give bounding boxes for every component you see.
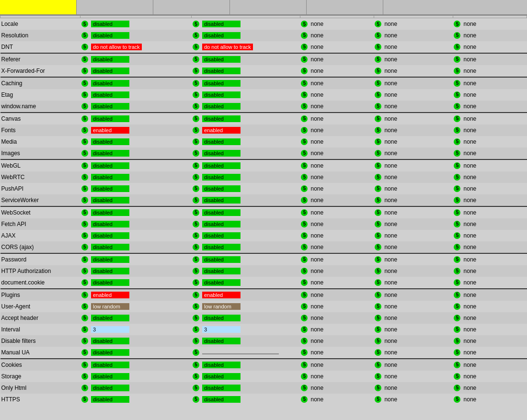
current-value[interactable]: disabled	[90, 171, 192, 183]
table-row[interactable]: X-Forwarded-For5disabled5disabled5none5n…	[0, 65, 527, 77]
current-value[interactable]: disabled	[90, 148, 192, 159]
hold-value[interactable]: disabled	[201, 65, 300, 77]
table-row[interactable]: Password5disabled5disabled5none5none5non…	[0, 254, 527, 265]
current-value[interactable]: disabled	[90, 194, 192, 206]
table-row[interactable]: Resolution5disabled5disabled5none5none5n…	[0, 30, 527, 41]
hold-value[interactable]: disabled	[201, 136, 300, 148]
table-row[interactable]: Caching5disabled5disabled5none5none5none	[0, 78, 527, 89]
hold-value[interactable]: disabled	[201, 218, 300, 230]
hold-value[interactable]: disabled	[201, 148, 300, 159]
current-value[interactable]: do not allow to track	[90, 41, 192, 53]
table-row[interactable]: HTTPS5disabled5disabled5none5none5none	[0, 394, 527, 405]
table-row[interactable]: WebSocket5disabled5disabled5none5none5no…	[0, 207, 527, 218]
current-value[interactable]: disabled	[90, 230, 192, 241]
hold-value[interactable]: disabled	[201, 277, 300, 288]
table-row[interactable]: Storage5disabled5disabled5none5none5none	[0, 371, 527, 382]
current-value[interactable]: low random	[90, 301, 192, 312]
current-value[interactable]: disabled	[90, 241, 192, 253]
tab-side[interactable]	[77, 0, 153, 14]
current-value[interactable]: disabled	[90, 207, 192, 218]
current-value[interactable]: disabled	[90, 78, 192, 89]
hold-value[interactable]: disabled	[201, 183, 300, 194]
table-row[interactable]: CORS (ajax)5disabled5disabled5none5none5…	[0, 241, 527, 253]
table-row[interactable]: Plugins5enabled5enabled5none5none5none	[0, 289, 527, 301]
table-row[interactable]: User-Agent5low random5low random5none5no…	[0, 301, 527, 312]
hold-value[interactable]: enabled	[201, 289, 300, 301]
tab-blocking-log[interactable]	[307, 0, 383, 14]
hold-value[interactable]: disabled	[201, 171, 300, 183]
hold-value[interactable]: disabled	[201, 241, 300, 253]
current-value[interactable]: disabled	[90, 101, 192, 112]
table-row[interactable]: Fonts5enabled5enabled5none5none5none	[0, 125, 527, 136]
table-row[interactable]: Media5disabled5disabled5none5none5none	[0, 136, 527, 148]
table-row[interactable]: Images5disabled5disabled5none5none5none	[0, 148, 527, 159]
hold-value[interactable]: disabled	[201, 30, 300, 41]
hold-value[interactable]: disabled	[201, 382, 300, 394]
hold-value[interactable]: enabled	[201, 125, 300, 136]
current-value[interactable]: disabled	[90, 89, 192, 101]
table-row[interactable]: Accept header5disabled5disabled5none5non…	[0, 312, 527, 324]
table-row[interactable]: AJAX5disabled5disabled5none5none5none	[0, 230, 527, 241]
table-row[interactable]: Canvas5disabled5disabled5none5none5none	[0, 113, 527, 125]
hold-value[interactable]: disabled	[201, 359, 300, 371]
table-row[interactable]: Only Html5disabled5disabled5none5none5no…	[0, 382, 527, 394]
tab-firefox[interactable]	[153, 0, 230, 14]
current-value[interactable]: disabled	[90, 218, 192, 230]
table-row[interactable]: Etag5disabled5disabled5none5none5none	[0, 89, 527, 101]
current-value[interactable]: disabled	[90, 254, 192, 265]
current-value[interactable]: disabled	[90, 18, 192, 30]
hold-value[interactable]: disabled	[201, 101, 300, 112]
table-row[interactable]: ServiceWorker5disabled5disabled5none5non…	[0, 194, 527, 206]
tab-tls-log[interactable]	[230, 0, 307, 14]
hold-value[interactable]: disabled	[201, 371, 300, 382]
current-value[interactable]: enabled	[90, 289, 192, 301]
current-value[interactable]: disabled	[90, 160, 192, 171]
table-row[interactable]: Fetch API5disabled5disabled5none5none5no…	[0, 218, 527, 230]
table-row[interactable]: window.name5disabled5disabled5none5none5…	[0, 101, 527, 112]
hold-value[interactable]: disabled	[201, 18, 300, 30]
table-row[interactable]: WebGL5disabled5disabled5none5none5none	[0, 160, 527, 171]
table-container[interactable]: Locale5disabled5disabled5none5none5noneR…	[0, 15, 527, 420]
table-row[interactable]: document.cookie5disabled5disabled5none5n…	[0, 277, 527, 288]
hold-value[interactable]: disabled	[201, 312, 300, 324]
current-value[interactable]: disabled	[90, 359, 192, 371]
table-row[interactable]: DNT5do not allow to track5do not allow t…	[0, 41, 527, 53]
hold-value[interactable]: disabled	[201, 265, 300, 277]
current-value[interactable]: disabled	[90, 265, 192, 277]
hold-value[interactable]	[201, 347, 300, 358]
hold-value[interactable]: disabled	[201, 160, 300, 171]
current-value[interactable]: disabled	[90, 347, 192, 358]
current-value[interactable]: disabled	[90, 277, 192, 288]
hold-value[interactable]: low random	[201, 301, 300, 312]
current-value[interactable]: enabled	[90, 125, 192, 136]
hold-value[interactable]: do not allow to track	[201, 41, 300, 53]
table-row[interactable]: PushAPI5disabled5disabled5none5none5none	[0, 183, 527, 194]
hold-value[interactable]: disabled	[201, 207, 300, 218]
table-row[interactable]: Cookies5disabled5disabled5none5none5none	[0, 359, 527, 371]
current-value[interactable]: disabled	[90, 136, 192, 148]
tab-http[interactable]	[0, 0, 77, 14]
hold-value[interactable]: disabled	[201, 78, 300, 89]
hold-value[interactable]: disabled	[201, 230, 300, 241]
current-value[interactable]: disabled	[90, 30, 192, 41]
hold-value[interactable]: disabled	[201, 194, 300, 206]
table-row[interactable]: WebRTC5disabled5disabled5none5none5none	[0, 171, 527, 183]
current-value[interactable]: disabled	[90, 394, 192, 405]
current-value[interactable]: disabled	[90, 54, 192, 65]
current-value[interactable]: disabled	[90, 183, 192, 194]
table-row[interactable]: Interval53535none5none5none	[0, 324, 527, 335]
hold-value[interactable]: disabled	[201, 394, 300, 405]
table-row[interactable]: Referer5disabled5disabled5none5none5none	[0, 54, 527, 65]
current-value[interactable]: disabled	[90, 113, 192, 125]
table-row[interactable]: Disable filters5disabled5disabled5none5n…	[0, 335, 527, 347]
hold-value[interactable]: disabled	[201, 335, 300, 347]
hold-value[interactable]: disabled	[201, 89, 300, 101]
hold-value[interactable]: 3	[201, 324, 300, 335]
table-row[interactable]: Manual UA5disabled55none5none5none	[0, 347, 527, 358]
current-value[interactable]: disabled	[90, 65, 192, 77]
table-row[interactable]: Locale5disabled5disabled5none5none5none	[0, 18, 527, 30]
current-value[interactable]: disabled	[90, 312, 192, 324]
hold-value[interactable]: disabled	[201, 113, 300, 125]
table-row[interactable]: HTTP Authorization5disabled5disabled5non…	[0, 265, 527, 277]
current-value[interactable]: disabled	[90, 335, 192, 347]
